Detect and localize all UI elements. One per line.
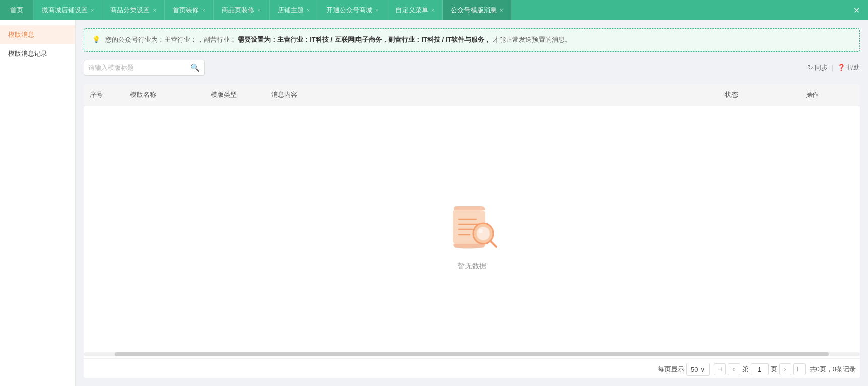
data-table: 序号 模版名称 模版类型 消息内容 状态 操作 — [84, 84, 860, 378]
sidebar: 模版消息 模版消息记录 — [0, 20, 76, 386]
theme-label: 店铺主题 — [278, 6, 304, 15]
page-size-label: 每页显示 — [658, 365, 684, 374]
help-label: 帮助 — [847, 63, 860, 72]
sync-label: 同步 — [815, 63, 828, 72]
close-icon[interactable]: × — [202, 7, 205, 13]
nav-tab-theme[interactable]: 店铺主题 × — [270, 0, 318, 20]
col-header-action: 操作 — [799, 90, 860, 99]
close-all-icon: ✕ — [853, 6, 860, 15]
home-decor-label: 首页装修 — [173, 6, 199, 15]
home-tab-label: 首页 — [10, 6, 23, 15]
toolbar-right: ↻ 同步 | ❓ 帮助 — [808, 63, 860, 72]
nav-tab-shop-setting[interactable]: 微商城店铺设置 × — [34, 0, 102, 20]
custom-menu-label: 自定义菜单 — [395, 6, 428, 15]
col-header-index: 序号 — [84, 90, 124, 99]
sync-icon: ↻ — [808, 64, 813, 71]
page-size-dropdown[interactable]: 50 ∨ — [686, 363, 709, 376]
table-scrollbar[interactable] — [84, 352, 860, 356]
close-icon[interactable]: × — [153, 7, 156, 13]
page-label-pre: 第 — [742, 365, 749, 374]
scrollbar-thumb[interactable] — [115, 352, 829, 356]
template-msg-label: 公众号模版消息 — [451, 6, 497, 15]
main-content: 💡 您的公众号行业为：主营行业：，副营行业： 需要设置为：主营行业：IT科技 /… — [76, 20, 868, 386]
table-body: 暂无数据 — [84, 106, 860, 350]
search-button[interactable]: 🔍 — [190, 63, 200, 72]
close-icon[interactable]: × — [307, 7, 310, 13]
sync-button[interactable]: ↻ 同步 — [808, 63, 828, 72]
next-page-button[interactable]: › — [779, 363, 791, 375]
col-header-status: 状态 — [719, 90, 799, 99]
empty-state: 暂无数据 — [442, 175, 502, 281]
divider: | — [832, 64, 833, 71]
top-navbar: 首页 微商城店铺设置 × 商品分类设置 × 首页装修 × 商品页装修 × 店铺主… — [0, 0, 868, 20]
sidebar-item-label: 模版消息记录 — [8, 50, 47, 57]
notice-text-suffix: 才能正常发送预置的消息。 — [493, 36, 571, 43]
chevron-down-icon: ∨ — [700, 366, 705, 373]
close-icon[interactable]: × — [257, 7, 260, 13]
first-page-button[interactable]: ⊣ — [714, 363, 726, 375]
search-input-wrap[interactable]: 🔍 — [84, 60, 205, 76]
nav-tab-custom-menu[interactable]: 自定义菜单 × — [387, 0, 443, 20]
close-all-button[interactable]: ✕ — [845, 0, 868, 20]
col-header-type: 模版类型 — [205, 90, 265, 99]
close-icon[interactable]: × — [500, 7, 503, 13]
product-decor-label: 商品页装修 — [222, 6, 254, 15]
notice-highlight: 需要设置为：主营行业：IT科技 / 互联网|电子商务，副营行业：IT科技 / I… — [238, 36, 491, 43]
page-size-select: 每页显示 50 ∨ — [658, 363, 709, 376]
notice-text-prefix: 您的公众号行业为：主营行业：，副营行业： — [105, 36, 236, 43]
nav-tab-home[interactable]: 首页 — [0, 0, 34, 20]
help-button[interactable]: ❓ 帮助 — [837, 63, 860, 72]
close-icon[interactable]: × — [91, 7, 94, 13]
empty-illustration — [442, 195, 502, 256]
prev-page-button[interactable]: ‹ — [728, 363, 740, 375]
sidebar-item-template-msg-record[interactable]: 模版消息记录 — [0, 44, 75, 63]
notice-bar: 💡 您的公众号行业为：主营行业：，副营行业： 需要设置为：主营行业：IT科技 /… — [84, 28, 860, 52]
last-page-button[interactable]: ⊢ — [793, 363, 806, 375]
nav-tab-home-decor[interactable]: 首页装修 × — [165, 0, 214, 20]
category-label: 商品分类设置 — [110, 6, 150, 15]
nav-tab-product-decor[interactable]: 商品页装修 × — [214, 0, 269, 20]
search-bar: 🔍 ↻ 同步 | ❓ 帮助 — [84, 58, 860, 78]
search-input[interactable] — [88, 64, 190, 71]
search-icon: 🔍 — [190, 63, 200, 72]
page-size-value: 50 — [691, 366, 698, 373]
shop-setting-label: 微商城店铺设置 — [42, 6, 88, 15]
page-number-input[interactable] — [751, 363, 769, 375]
page-nav: ⊣ ‹ 第 页 › ⊢ — [714, 363, 806, 375]
svg-point-6 — [477, 227, 490, 240]
help-icon: ❓ — [837, 64, 845, 71]
page-layout: 模版消息 模版消息记录 💡 您的公众号行业为：主营行业：，副营行业： 需要设置为… — [0, 20, 868, 386]
notice-icon: 💡 — [92, 36, 100, 43]
close-icon[interactable]: × — [375, 7, 378, 13]
svg-point-8 — [479, 229, 483, 233]
total-info: 共0页，0条记录 — [810, 365, 856, 374]
nav-tab-category[interactable]: 商品分类设置 × — [102, 0, 164, 20]
nav-tab-template-msg[interactable]: 公众号模版消息 × — [443, 0, 511, 20]
page-label-post: 页 — [771, 365, 777, 374]
sidebar-item-label: 模版消息 — [8, 31, 34, 38]
nav-tab-open-mall[interactable]: 开通公众号商城 × — [318, 0, 387, 20]
col-header-content: 消息内容 — [265, 90, 719, 99]
sidebar-item-template-msg[interactable]: 模版消息 — [0, 25, 75, 44]
pagination: 每页显示 50 ∨ ⊣ ‹ 第 页 › ⊢ 共0页，0条记录 — [84, 358, 860, 378]
empty-text: 暂无数据 — [458, 262, 486, 271]
col-header-name: 模版名称 — [124, 90, 205, 99]
table-header: 序号 模版名称 模版类型 消息内容 状态 操作 — [84, 84, 860, 106]
close-icon[interactable]: × — [431, 7, 434, 13]
open-mall-label: 开通公众号商城 — [326, 6, 372, 15]
svg-line-7 — [490, 241, 496, 247]
